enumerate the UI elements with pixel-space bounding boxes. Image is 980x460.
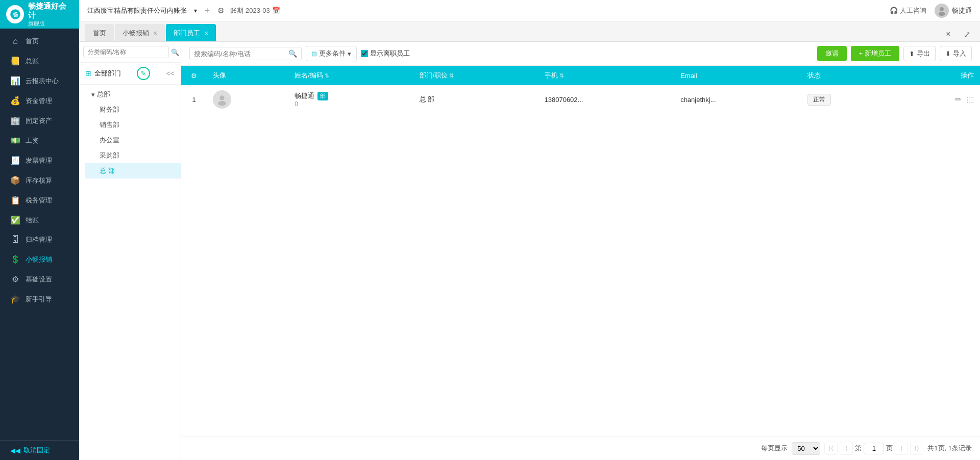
page-number-input[interactable]	[864, 443, 884, 454]
invite-button[interactable]: 邀请	[817, 46, 847, 61]
sidebar-item-inventory[interactable]: 📦 库存核算	[0, 170, 79, 190]
table-body: 1 畅捷通	[181, 85, 980, 114]
sidebar-item-archive[interactable]: 🗄 归档管理	[0, 230, 79, 249]
filter-label: 更多条件	[319, 49, 346, 58]
page-next-button[interactable]: ⟩	[895, 442, 908, 455]
sidebar-item-ledger[interactable]: 📒 总账	[0, 51, 79, 71]
tab-dept-employee[interactable]: 部门员工 ×	[166, 24, 216, 41]
sidebar-item-checkout[interactable]: ✅ 结账	[0, 210, 79, 230]
toolbar-right: 邀请 + 新增员工 ⬆ 导出 ⬇ 导入	[817, 46, 972, 61]
col-settings[interactable]: ⚙	[181, 66, 207, 85]
sidebar-item-assets[interactable]: 🏢 固定资产	[0, 111, 79, 131]
all-dept-button[interactable]: ⊞ 全部部门	[85, 69, 121, 78]
logout-icon[interactable]: ⬚	[967, 95, 974, 104]
dept-search-icon[interactable]: 🔍	[171, 48, 179, 56]
tab-home[interactable]: 首页	[85, 24, 114, 41]
content-area: 🔍 ⊞ 全部部门 ✎ << ▾ 总部 财务部	[79, 42, 980, 460]
filter-button[interactable]: ⊟ 更多条件 ▾	[306, 46, 357, 61]
logo-subtitle: 旗舰版	[28, 20, 73, 28]
sidebar-item-fund[interactable]: 💰 资金管理	[0, 91, 79, 111]
col-phone[interactable]: 手机	[538, 66, 675, 85]
sidebar-item-invoice[interactable]: 🧾 发票管理	[0, 150, 79, 170]
dept-item-finance[interactable]: 财务部	[85, 102, 181, 117]
calendar-icon[interactable]: 📅	[272, 7, 280, 14]
dept-arrow-icon: ▾	[91, 91, 95, 98]
svg-point-3	[939, 12, 945, 16]
unpin-icon: ◀◀	[10, 447, 20, 454]
cell-name-code: 畅捷通 部 0	[288, 85, 413, 114]
add-employee-button[interactable]: + 新增员工	[851, 46, 899, 61]
sidebar-item-expense[interactable]: 💲 小畅报销	[0, 249, 79, 269]
dept-section-top: ▾ 总部 财务部 销售部 办公室 采购部	[79, 87, 181, 178]
sidebar-item-reports[interactable]: 📊 云报表中心	[0, 71, 79, 91]
support-button[interactable]: 🎧 人工咨询	[890, 6, 926, 15]
col-name-code[interactable]: 姓名/编码	[288, 66, 413, 85]
employee-search-box: 🔍	[189, 47, 302, 60]
sidebar-item-tax[interactable]: 📋 税务管理	[0, 190, 79, 210]
reports-icon: 📊	[10, 76, 20, 86]
topbar-period: 账期 2023-03 📅	[230, 6, 280, 15]
employee-search-input[interactable]	[194, 50, 288, 58]
dept-edit-button[interactable]: ✎	[137, 67, 150, 80]
show-resigned-checkbox-label[interactable]: 显示离职员工	[361, 49, 410, 58]
headset-icon: 🎧	[890, 7, 898, 14]
employee-toolbar: 🔍 ⊟ 更多条件 ▾ 显示离职员工 邀请 + 新增员工 ⬆ 导出	[181, 42, 980, 66]
sidebar-label-salary: 工资	[26, 136, 39, 145]
export-icon: ⬆	[909, 50, 915, 58]
edit-icon[interactable]: ✏	[955, 95, 962, 104]
sidebar-nav: ⌂ 首页 📒 总账 📊 云报表中心 💰 资金管理 🏢 固定资产 💵 工资 🧾 发…	[0, 29, 79, 440]
page-last-button[interactable]: ⟩⟩	[910, 442, 923, 455]
tab-expense-close-icon[interactable]: ×	[153, 29, 157, 37]
company-dropdown-icon[interactable]: ▾	[194, 7, 197, 14]
dept-section-general[interactable]: ▾ 总部	[85, 87, 181, 102]
per-page-select[interactable]: 50 100 200	[792, 442, 820, 455]
table-header: ⚙ 头像 姓名/编码 部门/职位 手机 Email 状态 操作	[181, 66, 980, 85]
sidebar-label-invoice: 发票管理	[26, 156, 52, 165]
export-button[interactable]: ⬆ 导出	[903, 46, 936, 61]
dept-collapse-button[interactable]: <<	[166, 69, 175, 78]
page-first-button[interactable]: ⟨⟨	[824, 442, 838, 455]
import-button[interactable]: ⬇ 导入	[940, 46, 972, 61]
export-label: 导出	[917, 49, 930, 58]
checkout-icon: ✅	[10, 215, 20, 225]
employee-code: 0	[295, 100, 407, 108]
dept-panel: 🔍 ⊞ 全部部门 ✎ << ▾ 总部 财务部	[79, 42, 181, 460]
employee-name: 畅捷通	[295, 91, 314, 100]
cell-actions: ✏ ⬚	[897, 85, 980, 114]
sidebar-unpin-button[interactable]: ◀◀ 取消固定	[0, 440, 79, 460]
home-icon: ⌂	[10, 37, 20, 46]
tab-actions: × ⤢	[941, 27, 974, 41]
col-dept-position[interactable]: 部门/职位	[413, 66, 538, 85]
tab-dept-close-icon[interactable]: ×	[204, 29, 208, 37]
show-resigned-checkbox[interactable]	[361, 50, 368, 57]
sidebar-logo: 畅 畅捷通好会计 旗舰版	[0, 0, 79, 29]
action-icons-group: ✏ ⬚	[903, 95, 974, 104]
sidebar-item-guide[interactable]: 🎓 新手引导	[0, 289, 79, 309]
tab-minimize-button[interactable]: ×	[941, 27, 955, 41]
sidebar-label-checkout: 结账	[26, 216, 39, 225]
add-company-icon[interactable]: ＋	[203, 5, 211, 16]
col-status: 状态	[801, 66, 897, 85]
tax-icon: 📋	[10, 195, 20, 205]
user-menu[interactable]: 畅捷通	[935, 4, 972, 18]
per-page-label: 每页显示	[761, 444, 788, 453]
employee-search-icon[interactable]: 🔍	[288, 49, 297, 58]
unpin-label: 取消固定	[23, 446, 50, 455]
tab-expense[interactable]: 小畅报销 ×	[115, 24, 165, 41]
dept-search-input[interactable]	[83, 46, 169, 58]
tab-expense-label: 小畅报销	[122, 29, 149, 38]
dept-item-general[interactable]: 总 部	[85, 163, 181, 178]
sidebar-item-settings[interactable]: ⚙ 基础设置	[0, 269, 79, 289]
employee-table-container: ⚙ 头像 姓名/编码 部门/职位 手机 Email 状态 操作 1	[181, 66, 980, 436]
sidebar-item-home[interactable]: ⌂ 首页	[0, 32, 79, 51]
dept-item-purchase[interactable]: 采购部	[85, 148, 181, 163]
topbar-settings-icon[interactable]: ⚙	[217, 6, 224, 15]
sidebar-item-salary[interactable]: 💵 工资	[0, 131, 79, 150]
page-prev-button[interactable]: ⟨	[840, 442, 853, 455]
tabs-bar: 首页 小畅报销 × 部门员工 × × ⤢	[79, 21, 980, 42]
cell-email: chanjethkj...	[674, 85, 801, 114]
dept-item-office[interactable]: 办公室	[85, 133, 181, 148]
dept-item-sales[interactable]: 销售部	[85, 117, 181, 133]
tab-expand-button[interactable]: ⤢	[960, 27, 974, 41]
employee-dept-badge: 部	[317, 92, 328, 100]
